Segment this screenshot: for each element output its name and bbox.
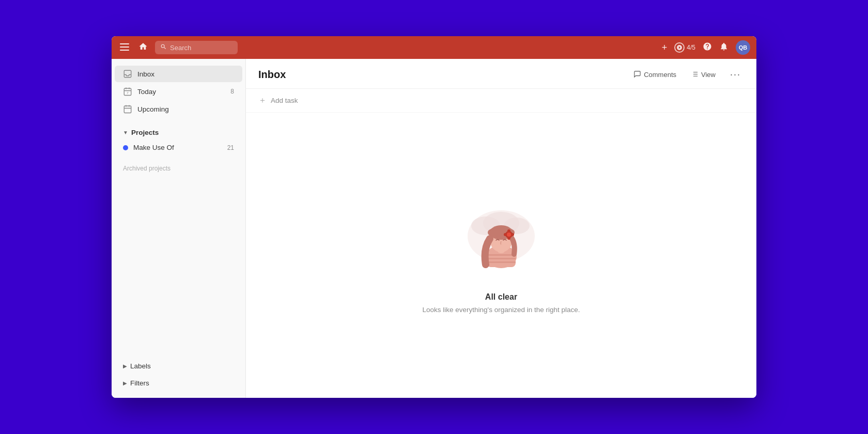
svg-point-33 — [507, 229, 510, 233]
filters-chevron-icon: ▶ — [123, 380, 127, 386]
svg-rect-27 — [487, 261, 516, 263]
content-actions: Comments — [630, 67, 744, 82]
content-header: Inbox Comments — [246, 59, 756, 89]
sidebar-item-upcoming[interactable]: Upcoming — [115, 101, 242, 117]
project-name: Make Use Of — [133, 144, 222, 151]
svg-point-32 — [507, 233, 511, 237]
svg-rect-2 — [120, 50, 129, 51]
filters-label: Filters — [130, 379, 149, 387]
today-count: 8 — [230, 88, 234, 95]
karma-circle — [674, 42, 685, 53]
help-icon[interactable] — [703, 42, 712, 53]
svg-point-35 — [504, 233, 507, 236]
svg-point-34 — [507, 237, 510, 240]
projects-header[interactable]: ▼ Projects — [115, 126, 242, 140]
more-options-button[interactable]: ··· — [727, 67, 744, 82]
inbox-icon — [123, 69, 132, 79]
add-task-label: Add task — [271, 97, 298, 104]
user-avatar[interactable]: QB — [736, 40, 750, 55]
comments-label: Comments — [644, 71, 676, 79]
topbar-right: + 4/5 QB — [662, 40, 750, 55]
add-task-row[interactable]: ＋ Add task — [246, 89, 756, 113]
empty-state: All clear Looks like everything's organi… — [246, 113, 756, 398]
svg-rect-25 — [487, 254, 516, 256]
sidebar: Inbox 7 Today 8 — [112, 59, 246, 398]
add-task-icon: ＋ — [258, 95, 267, 106]
view-label: View — [701, 71, 716, 79]
upcoming-label: Upcoming — [137, 105, 234, 113]
labels-chevron-icon: ▶ — [123, 363, 127, 369]
labels-header[interactable]: ▶ Labels — [115, 359, 242, 374]
today-icon: 7 — [123, 87, 132, 96]
svg-rect-9 — [124, 106, 131, 113]
svg-point-36 — [511, 233, 514, 236]
comments-icon — [633, 70, 641, 80]
filters-header[interactable]: ▶ Filters — [115, 376, 242, 391]
search-icon — [160, 43, 167, 52]
projects-section: ▼ Projects Make Use Of 21 — [112, 125, 245, 156]
archived-projects[interactable]: Archived projects — [112, 160, 245, 177]
notification-icon[interactable] — [719, 42, 729, 53]
projects-title: Projects — [131, 129, 159, 136]
labels-section: ▶ Labels — [115, 359, 242, 374]
project-dot — [123, 145, 128, 150]
sidebar-item-today[interactable]: 7 Today 8 — [115, 83, 242, 100]
page-title: Inbox — [258, 69, 630, 81]
svg-rect-1 — [120, 47, 129, 48]
search-input[interactable] — [170, 44, 233, 52]
view-icon — [691, 70, 699, 80]
sidebar-nav: Inbox 7 Today 8 — [112, 65, 245, 177]
home-icon[interactable] — [136, 40, 150, 55]
upcoming-icon — [123, 104, 132, 114]
content-area: Inbox Comments — [246, 59, 756, 398]
empty-illustration — [460, 197, 542, 280]
karma-value: 4/5 — [687, 44, 695, 51]
svg-text:7: 7 — [127, 91, 129, 95]
view-button[interactable]: View — [688, 68, 719, 82]
svg-rect-26 — [487, 258, 516, 259]
svg-rect-3 — [124, 70, 131, 78]
comments-button[interactable]: Comments — [630, 68, 679, 82]
topbar-left — [118, 40, 238, 55]
empty-subtitle: Looks like everything's organized in the… — [422, 306, 580, 314]
labels-label: Labels — [130, 362, 151, 370]
project-item-make-use-of[interactable]: Make Use Of 21 — [115, 140, 242, 155]
today-label: Today — [137, 88, 225, 96]
topbar: + 4/5 QB — [112, 36, 756, 59]
sidebar-item-inbox[interactable]: Inbox — [115, 66, 242, 82]
karma-display[interactable]: 4/5 — [674, 42, 695, 53]
filters-section: ▶ Filters — [115, 376, 242, 391]
main-layout: Inbox 7 Today 8 — [112, 59, 756, 398]
projects-chevron-icon: ▼ — [123, 130, 128, 135]
project-count: 21 — [227, 144, 234, 151]
search-box[interactable] — [155, 41, 238, 54]
empty-title: All clear — [485, 292, 517, 302]
menu-icon[interactable] — [118, 40, 131, 55]
add-button[interactable]: + — [662, 42, 668, 53]
inbox-label: Inbox — [137, 70, 234, 78]
svg-rect-0 — [120, 43, 129, 44]
